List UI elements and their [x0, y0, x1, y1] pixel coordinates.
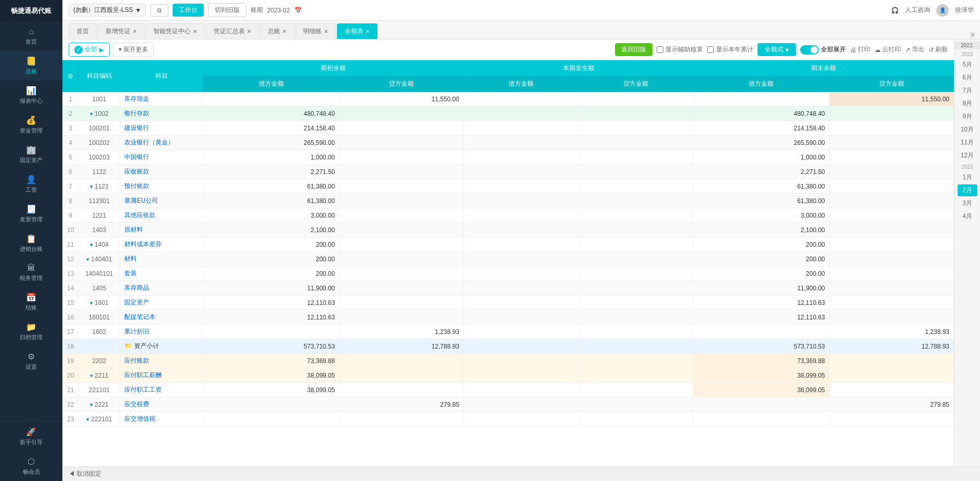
tab-smart-voucher[interactable]: 智能凭证中心 ✕	[146, 23, 205, 39]
month-10[interactable]: 10月	[958, 124, 977, 136]
expand-icon[interactable]: ▾	[90, 242, 95, 248]
expand-icon[interactable]: ▾	[90, 372, 95, 379]
show-ytd-checkbox[interactable]	[707, 46, 714, 53]
row-name-link[interactable]: 应付账款	[124, 357, 149, 364]
table-row: 91221其他应收款3,000.003,000.00	[63, 208, 954, 223]
workbench-button[interactable]: 工作台	[173, 4, 204, 17]
sidebar-item-ledger[interactable]: 📒 总账	[0, 51, 62, 81]
close-icon[interactable]: ✕	[133, 29, 137, 34]
month-11[interactable]: 11月	[958, 137, 977, 149]
cancel-fixed-button[interactable]: ◀ 取消固定	[69, 470, 101, 478]
row-name-link[interactable]: 农业银行（黄金）	[124, 139, 174, 146]
sidebar-item-reports[interactable]: 📊 报表中心	[0, 81, 62, 110]
pe-debit-cell	[693, 325, 829, 339]
close-icon[interactable]: ✕	[282, 29, 286, 34]
username: 徐泽华	[955, 6, 974, 15]
sidebar-item-guide[interactable]: 🚀 新手引导	[0, 422, 62, 451]
month-7[interactable]: 7月	[958, 85, 977, 97]
close-icon[interactable]: ✕	[324, 29, 328, 34]
sidebar-item-funds[interactable]: 💰 资金管理	[0, 110, 62, 140]
row-name-link[interactable]: 材料成本差异	[124, 240, 162, 248]
sidebar-item-salary[interactable]: 👤 工资	[0, 169, 62, 199]
sidebar-item-period-close[interactable]: 📅 结账	[0, 287, 62, 317]
month-9[interactable]: 9月	[958, 111, 977, 123]
show-aux-checkbox[interactable]	[657, 46, 663, 53]
calendar-icon[interactable]: 📅	[294, 7, 302, 14]
row-name-link[interactable]: 应收账款	[124, 168, 149, 175]
table-area: ✓ 全部 ▶ ▾ 展开更多 返回旧版 显示辅助核算	[62, 39, 954, 466]
month-2-current[interactable]: 2月	[958, 184, 977, 196]
sidebar-item-archive[interactable]: 📁 归档管理	[0, 317, 62, 346]
expand-all-toggle[interactable]	[800, 45, 819, 55]
row-name-link[interactable]: 预付账款	[124, 182, 149, 190]
month-12[interactable]: 12月	[958, 150, 977, 162]
pe-credit-header: 贷方金额	[829, 76, 953, 92]
row-name-link[interactable]: 银行存款	[124, 110, 149, 117]
row-name-link[interactable]: 原材料	[124, 226, 143, 233]
sidebar-item-settings[interactable]: ⚙ 设置	[0, 346, 62, 376]
sidebar-item-member[interactable]: ⬡ 畅会员	[0, 451, 62, 481]
row-name: 预付账款	[120, 179, 203, 194]
company-selector[interactable]: (勿删）江西股呈-LSS ▼	[69, 4, 146, 17]
expand-icon[interactable]: ▾	[90, 183, 95, 190]
month-1[interactable]: 1月	[958, 171, 977, 183]
row-name-link[interactable]: 材料	[124, 255, 137, 262]
tab-voucher-summary[interactable]: 凭证汇总表 ✕	[206, 23, 259, 39]
row-name-link[interactable]: 应付职工薪酬	[124, 371, 162, 379]
tab-balance[interactable]: 余额表 ✕	[337, 23, 377, 39]
copy-button[interactable]: ⧉	[150, 4, 168, 17]
row-name-link[interactable]: 累计折旧	[124, 328, 149, 335]
chevron-down-icon: ▼	[135, 7, 141, 14]
tab-detail-ledger-label: 明细账	[303, 27, 322, 36]
sidebar-item-purchase[interactable]: 📋 进销台账	[0, 229, 62, 258]
row-name-link[interactable]: 库存现金	[124, 95, 149, 102]
sidebar-item-label: 首页	[25, 38, 37, 46]
settings-col-header[interactable]: ⚙	[63, 61, 79, 92]
tab-ledger[interactable]: 总账 ✕	[260, 23, 294, 39]
row-name-link[interactable]: 库存商品	[124, 284, 149, 291]
switch-old-button[interactable]: 切到旧版	[208, 3, 246, 17]
cloud-print-button[interactable]: ☁ 云打印	[874, 45, 901, 54]
tab-new-voucher[interactable]: 新增凭证 ✕	[98, 23, 145, 39]
close-all-button[interactable]: ✕	[970, 31, 976, 39]
tab-detail-ledger[interactable]: 明细账 ✕	[295, 23, 336, 39]
close-icon[interactable]: ✕	[365, 29, 370, 34]
sidebar-item-invoice[interactable]: 🧾 发票管理	[0, 199, 62, 229]
row-name-link[interactable]: 其他应收款	[124, 211, 155, 219]
expand-icon[interactable]: ▾	[86, 256, 91, 262]
tab-home[interactable]: 首页	[69, 23, 97, 39]
close-icon[interactable]: ✕	[247, 29, 251, 34]
close-icon[interactable]: ✕	[193, 29, 197, 34]
row-name-link[interactable]: 固定资产	[124, 299, 149, 306]
sidebar-item-assets[interactable]: 🏢 固定资产	[0, 140, 62, 169]
month-5[interactable]: 5月	[958, 59, 977, 71]
expand-more-button[interactable]: ▾ 展开更多	[113, 43, 154, 57]
sidebar-item-home[interactable]: ⌂ 首页	[0, 22, 62, 51]
export-button[interactable]: ↗ 导出	[905, 45, 924, 54]
filter-all-button[interactable]: ✓ 全部 ▶	[69, 43, 110, 57]
expand-icon[interactable]: ▾	[86, 416, 91, 422]
row-name-link[interactable]: 应交增值税	[124, 415, 155, 422]
print-button[interactable]: 🖨 打印	[850, 45, 870, 54]
expand-icon[interactable]: ▾	[90, 402, 95, 408]
consult-label[interactable]: 人工咨询	[905, 6, 930, 15]
expand-icon[interactable]: ▾	[90, 111, 95, 117]
row-name-link[interactable]: 中国银行	[124, 153, 149, 161]
table-row: 61122应收账款2,271.502,271.50	[63, 165, 954, 179]
month-4[interactable]: 4月	[958, 210, 977, 222]
row-name-link[interactable]: 应交税费	[124, 400, 149, 408]
assets-icon: 🏢	[26, 145, 36, 155]
row-name-link[interactable]: 建设银行	[124, 124, 149, 131]
month-8[interactable]: 8月	[958, 98, 977, 110]
sidebar-item-tax[interactable]: 🏛 税务管理	[0, 258, 62, 287]
row-name-link[interactable]: 配提笔记本	[124, 313, 155, 320]
row-name-link[interactable]: 应付职工工资	[124, 386, 162, 393]
expand-icon[interactable]: ▾	[90, 300, 95, 306]
row-name-link[interactable]: 套装	[124, 270, 137, 277]
row-name-link[interactable]: 塞属EU公司	[124, 197, 158, 204]
month-3[interactable]: 3月	[958, 197, 977, 209]
refresh-button[interactable]: ↺ 刷新	[929, 45, 948, 54]
full-style-button[interactable]: 全额式 ▾	[757, 43, 796, 56]
return-old-button[interactable]: 返回旧版	[615, 43, 652, 56]
month-6[interactable]: 6月	[958, 72, 977, 84]
